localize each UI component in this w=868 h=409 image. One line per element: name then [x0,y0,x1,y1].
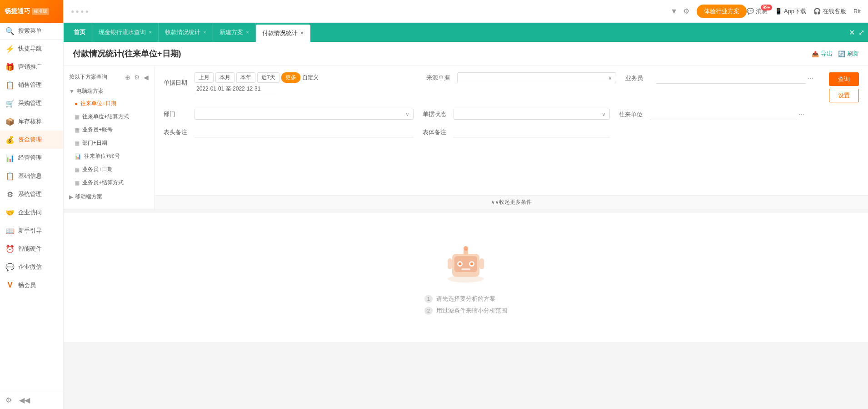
date-more-btn[interactable]: 更多 [281,72,300,83]
date-options: 上月 本月 本年 近7天 更多 自定义 [195,72,417,83]
scheme-group-desktop-title[interactable]: ▼ 电脑端方案 [64,86,154,97]
collapse-label: 收起更多条件 [499,198,532,206]
scheme-settings-icon[interactable]: ⚙ [134,74,140,81]
sidebar-item-system[interactable]: ⚙ 系统管理 [0,185,63,203]
salesman-control [656,73,806,84]
sidebar-item-wechat[interactable]: 💬 企业微信 [0,258,63,276]
scheme-collapse-icon[interactable]: ◀ [144,74,149,81]
sidebar-item-label: 资金管理 [18,136,42,144]
svg-point-6 [470,263,473,265]
salesman-label: 业务员 [625,74,653,82]
tabs-end: ✕ ⤢ [849,28,864,37]
sidebar-gear-icon[interactable]: ⚙ [5,396,12,404]
tab-new-plan[interactable]: 新建方案 × [213,23,256,42]
salesman-input[interactable] [656,73,806,84]
topbar-config-icon[interactable]: ⚙ [683,7,689,15]
scheme-item-1[interactable]: ▦ 往来单位+结算方式 [64,110,154,123]
tab-new-plan-close[interactable]: × [246,29,249,35]
empty-tip-2: 2 用过滤条件来缩小分析范围 [424,307,507,315]
export-btn[interactable]: 📤 导出 [812,50,833,58]
scheme-group-mobile-title[interactable]: ▶ 移动端方案 [64,191,154,202]
tab-bank-label: 现金银行流水查询 [99,28,146,36]
partner-input[interactable] [650,110,797,120]
sidebar-item-basic[interactable]: 📋 基础信息 [0,167,63,185]
sidebar-item-label: 采购管理 [18,99,42,107]
sidebar-item-sales[interactable]: 📋 销售管理 [0,76,63,94]
scheme-item-3[interactable]: ▦ 部门+日期 [64,136,154,150]
tab-payments[interactable]: 付款情况统计 × [256,25,310,42]
sidebar-item-label: 快捷导航 [18,45,42,53]
tab-receipts-close[interactable]: × [203,29,206,35]
scheme-header: 按以下方案查询 ⊕ ⚙ ◀ [64,71,154,84]
dept-select[interactable]: ∨ [195,109,414,120]
scheme-item-icon-1: ▦ [75,114,80,120]
scheme-item-5[interactable]: ▦ 业务员+日期 [64,163,154,176]
filter-field-body-note: 表体备注 [423,127,610,137]
try-industry-btn[interactable]: 体验行业方案 [697,5,747,18]
sidebar-item-enterprise[interactable]: 🤝 企业协同 [0,203,63,222]
svg-rect-10 [448,258,452,269]
sidebar-footer: ⚙ ◀◀ [0,391,63,409]
sidebar-item-hardware[interactable]: ⏰ 智能硬件 [0,240,63,258]
topbar-msg-btn[interactable]: 💬 消息 99+ [747,7,768,15]
partner-more-btn[interactable]: ··· [797,109,806,121]
source-control: ∨ [457,72,616,83]
marketing-icon: 🎁 [5,62,15,71]
tab-receipts-label: 收款情况统计 [165,28,200,36]
tab-receipts[interactable]: 收款情况统计 × [159,23,213,42]
svg-point-5 [459,263,461,265]
sidebar-collapse-icon[interactable]: ◀◀ [19,396,30,404]
sidebar-item-guide[interactable]: 📖 新手引导 [0,222,63,240]
date-range-input[interactable] [195,85,276,93]
filter-settings-btn[interactable]: 设置 [829,89,859,102]
tab-bank[interactable]: 现金银行流水查询 × [92,23,159,42]
topbar-app-btn[interactable]: 📱 App下载 [775,7,806,15]
scheme-item-icon-5: ▦ [75,167,80,173]
sidebar-item-marketing[interactable]: 🎁 营销推广 [0,58,63,76]
scheme-add-icon[interactable]: ⊕ [125,74,130,81]
scheme-item-4[interactable]: 📊 往来单位+账号 [64,150,154,163]
body-note-label: 表体备注 [423,128,450,136]
sidebar-item-finance[interactable]: 💰 资金管理 [0,131,63,149]
tabs-close-all-icon[interactable]: ✕ [849,28,855,37]
topbar-service-btn[interactable]: 🎧 在线客服 [813,7,846,15]
sidebar-item-member[interactable]: V 畅会员 [0,276,63,294]
scheme-item-label: 业务员+日期 [82,166,149,173]
tab-payments-close[interactable]: × [300,30,304,36]
sidebar-item-purchase[interactable]: 🛒 采购管理 [0,94,63,112]
date-this-year-btn[interactable]: 本年 [236,72,255,83]
sidebar-item-operation[interactable]: 📊 经营管理 [0,149,63,167]
topbar-settings-icon[interactable]: ▼ [670,7,678,15]
source-select[interactable]: ∨ [457,72,616,83]
sidebar-item-inventory[interactable]: 📦 库存核算 [0,112,63,131]
date-control: 上月 本月 本年 近7天 更多 自定义 [195,72,417,93]
date-this-month-btn[interactable]: 本月 [215,72,234,83]
scheme-sidebar: 按以下方案查询 ⊕ ⚙ ◀ ▼ 电脑端方案 ● [64,66,155,209]
guide-icon: 📖 [5,226,15,235]
scheme-item-6[interactable]: ▦ 业务员+结算方式 [64,176,154,189]
header-note-input[interactable] [195,127,414,137]
body-note-input[interactable] [454,127,610,137]
collapse-more-btn[interactable]: ∧∧ 收起更多条件 [155,195,868,209]
topbar-user-btn[interactable]: Rit [853,8,861,15]
date-last-month-btn[interactable]: 上月 [195,72,214,83]
inventory-icon: 📦 [5,117,15,126]
scheme-item-icon-2: ▦ [75,127,80,133]
sidebar-item-search[interactable]: 🔍 搜索菜单 [0,23,63,40]
svg-point-9 [464,246,468,251]
filter-field-date: 单据日期 上月 本月 本年 近7天 更多 自定义 [164,72,417,93]
tab-home[interactable]: 首页 [67,23,92,42]
sidebar-item-quick-nav[interactable]: ⚡ 快捷导航 [0,40,63,58]
page-title: 付款情况统计(往来单位+日期) [73,48,181,59]
scheme-item-0[interactable]: ● 往来单位+日期 [64,97,154,110]
tab-bank-close[interactable]: × [149,29,152,35]
query-btn[interactable]: 查询 [829,72,859,86]
refresh-btn[interactable]: 🔄 刷新 [838,50,859,58]
salesman-more-btn[interactable]: ··· [806,72,815,84]
tabs-fullscreen-icon[interactable]: ⤢ [858,28,864,37]
docstatus-select[interactable]: ∨ [454,109,610,120]
scheme-item-2[interactable]: ▦ 业务员+账号 [64,123,154,136]
filter-wrapper: 按以下方案查询 ⊕ ⚙ ◀ ▼ 电脑端方案 ● [64,66,868,209]
filter-row-2: 部门 ∨ 单据状态 [164,109,859,121]
date-7days-btn[interactable]: 近7天 [257,72,279,83]
